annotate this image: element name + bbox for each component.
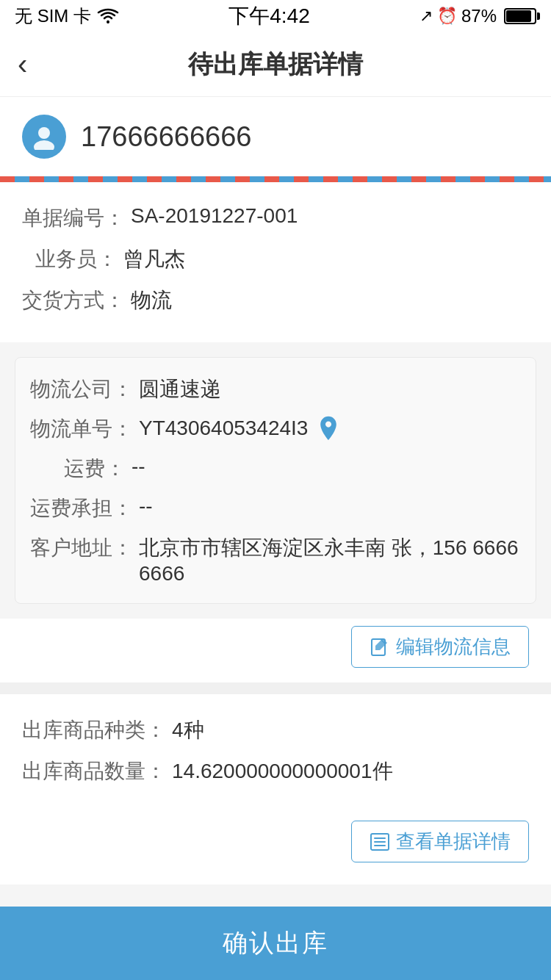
tracking-number-row: 物流单号： YT43064053424I3 bbox=[30, 415, 521, 443]
alarm-icon: ⏰ bbox=[437, 7, 457, 26]
battery-icon bbox=[504, 8, 536, 24]
nav-bar: ‹ 待出库单据详情 bbox=[0, 32, 551, 97]
view-detail-button[interactable]: 查看单据详情 bbox=[351, 821, 529, 862]
status-bar: 无 SIM 卡 下午4:42 ↗ ⏰ 87% bbox=[0, 0, 551, 32]
logistics-company-label: 物流公司： bbox=[30, 375, 133, 403]
salesperson-row: 业务员： 曾凡杰 bbox=[22, 245, 529, 273]
list-icon bbox=[370, 832, 390, 852]
svg-point-2 bbox=[34, 140, 54, 150]
logistics-company-row: 物流公司： 圆通速递 bbox=[30, 375, 521, 403]
freight-row: 运费： -- bbox=[30, 455, 521, 483]
freight-bearer-row: 运费承担： -- bbox=[30, 494, 521, 522]
logistics-company-value: 圆通速递 bbox=[139, 375, 521, 403]
goods-types-label: 出库商品种类： bbox=[22, 716, 166, 744]
status-left: 无 SIM 卡 bbox=[15, 4, 119, 28]
edit-logistics-button[interactable]: 编辑物流信息 bbox=[351, 626, 529, 668]
document-info-section: 单据编号： SA-20191227-001 业务员： 曾凡杰 交货方式： 物流 bbox=[0, 182, 551, 342]
goods-quantity-label: 出库商品数量： bbox=[22, 757, 166, 785]
svg-point-0 bbox=[107, 21, 109, 24]
freight-bearer-value: -- bbox=[139, 494, 521, 518]
edit-logistics-label: 编辑物流信息 bbox=[396, 634, 511, 660]
tracking-row-content: YT43064053424I3 bbox=[139, 415, 342, 442]
goods-types-value: 4种 bbox=[172, 716, 529, 744]
salesperson-label: 业务员： bbox=[22, 245, 118, 273]
back-button[interactable]: ‹ bbox=[18, 48, 27, 81]
address-label: 客户地址： bbox=[30, 534, 133, 562]
goods-types-row: 出库商品种类： 4种 bbox=[22, 716, 529, 744]
doc-number-value: SA-20191227-001 bbox=[131, 204, 529, 228]
section-divider bbox=[0, 682, 551, 694]
edit-icon bbox=[370, 637, 390, 657]
confirm-button-label: 确认出库 bbox=[223, 926, 328, 960]
confirm-button-bar[interactable]: 确认出库 bbox=[0, 907, 551, 980]
tracking-number-label: 物流单号： bbox=[30, 415, 133, 443]
view-detail-area: 查看单据详情 bbox=[0, 813, 551, 884]
doc-number-row: 单据编号： SA-20191227-001 bbox=[22, 204, 529, 232]
edit-logistics-area: 编辑物流信息 bbox=[0, 619, 551, 682]
status-right: ↗ ⏰ 87% bbox=[419, 6, 536, 26]
logistics-card: 物流公司： 圆通速递 物流单号： YT43064053424I3 运费： -- … bbox=[15, 357, 536, 604]
page-title: 待出库单据详情 bbox=[188, 48, 363, 82]
goods-quantity-value: 14.620000000000001件 bbox=[172, 757, 529, 785]
salesperson-value: 曾凡杰 bbox=[123, 245, 529, 273]
view-detail-label: 查看单据详情 bbox=[396, 829, 511, 854]
carrier-label: 无 SIM 卡 bbox=[15, 4, 91, 28]
delivery-label: 交货方式： bbox=[22, 287, 125, 314]
goods-quantity-row: 出库商品数量： 14.620000000000001件 bbox=[22, 757, 529, 785]
wifi-icon bbox=[97, 8, 119, 24]
status-time: 下午4:42 bbox=[228, 2, 310, 30]
freight-value: -- bbox=[132, 455, 521, 478]
address-row: 客户地址： 北京市市辖区海淀区永丰南 张，156 6666 6666 bbox=[30, 534, 521, 586]
phone-card: 17666666666 bbox=[0, 97, 551, 176]
battery-percent: 87% bbox=[461, 6, 497, 26]
address-value: 北京市市辖区海淀区永丰南 张，156 6666 6666 bbox=[139, 534, 521, 586]
phone-number: 17666666666 bbox=[81, 121, 251, 153]
avatar bbox=[22, 115, 66, 159]
svg-point-1 bbox=[38, 127, 50, 139]
dashed-divider bbox=[0, 176, 551, 182]
tracking-number-value: YT43064053424I3 bbox=[139, 417, 308, 440]
location-arrow-icon: ↗ bbox=[419, 7, 433, 26]
goods-section: 出库商品种类： 4种 出库商品数量： 14.620000000000001件 bbox=[0, 694, 551, 813]
freight-bearer-label: 运费承担： bbox=[30, 494, 133, 522]
doc-number-label: 单据编号： bbox=[22, 204, 125, 232]
freight-label: 运费： bbox=[30, 455, 126, 483]
location-pin-icon[interactable] bbox=[315, 415, 342, 442]
delivery-value: 物流 bbox=[131, 287, 529, 314]
delivery-method-row: 交货方式： 物流 bbox=[22, 287, 529, 314]
